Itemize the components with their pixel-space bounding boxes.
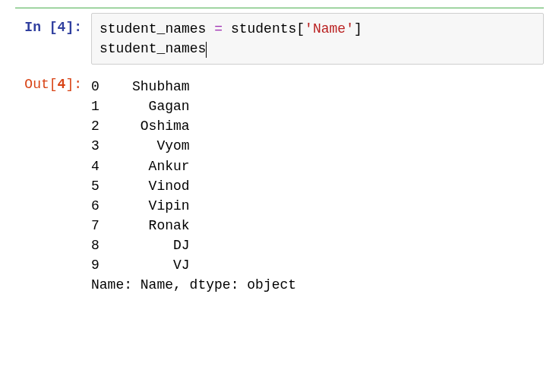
code-input-area[interactable]: student_names = students['Name'] student… bbox=[91, 13, 544, 65]
output-row: 5 Vinod bbox=[91, 176, 544, 196]
output-row: 3 Vyom bbox=[91, 136, 544, 156]
token-space bbox=[206, 21, 214, 36]
code-line-1: student_names = students['Name'] bbox=[99, 19, 535, 39]
token-bracket-open: [ bbox=[296, 21, 305, 36]
output-row: 7 Ronak bbox=[91, 216, 544, 236]
output-rows: 0 Shubham1 Gagan2 Oshima3 Vyom4 Ankur5 V… bbox=[91, 77, 544, 275]
input-prompt-suffix: ]: bbox=[65, 20, 82, 35]
output-row: 2 Oshima bbox=[91, 116, 544, 136]
input-prompt-num: 4 bbox=[58, 20, 66, 35]
token-variable: students bbox=[231, 21, 296, 36]
code-line-2: student_names bbox=[99, 39, 535, 58]
output-area: 0 Shubham1 Gagan2 Oshima3 Vyom4 Ankur5 V… bbox=[91, 75, 544, 295]
output-prompt-suffix: ]: bbox=[65, 77, 82, 92]
token-variable: student_names bbox=[99, 41, 206, 56]
input-prompt-prefix: In [ bbox=[24, 20, 57, 35]
cell-top-rule bbox=[15, 8, 544, 8]
token-string-value: Name bbox=[313, 21, 346, 36]
input-cell: In [4]: student_names = students['Name']… bbox=[15, 13, 544, 65]
output-cell: Out[4]: 0 Shubham1 Gagan2 Oshima3 Vyom4 … bbox=[15, 75, 544, 295]
output-row: 9 VJ bbox=[91, 255, 544, 275]
token-string-quote: ' bbox=[305, 21, 313, 36]
output-prompt: Out[4]: bbox=[15, 75, 91, 92]
token-variable: student_names bbox=[99, 21, 206, 36]
token-string-quote: ' bbox=[346, 21, 354, 36]
output-row: 6 Vipin bbox=[91, 196, 544, 216]
token-bracket-close: ] bbox=[354, 21, 362, 36]
output-prompt-num: 4 bbox=[58, 77, 66, 92]
output-prompt-prefix: Out[ bbox=[24, 77, 57, 92]
output-row: 0 Shubham bbox=[91, 77, 544, 96]
text-cursor bbox=[206, 42, 207, 58]
input-prompt: In [4]: bbox=[15, 13, 91, 35]
cell-spacer bbox=[15, 65, 544, 75]
output-row: 4 Ankur bbox=[91, 156, 544, 176]
output-row: 8 DJ bbox=[91, 236, 544, 255]
output-row: 1 Gagan bbox=[91, 96, 544, 116]
token-space bbox=[223, 21, 231, 36]
token-operator: = bbox=[214, 21, 223, 36]
output-footer: Name: Name, dtype: object bbox=[91, 275, 544, 295]
